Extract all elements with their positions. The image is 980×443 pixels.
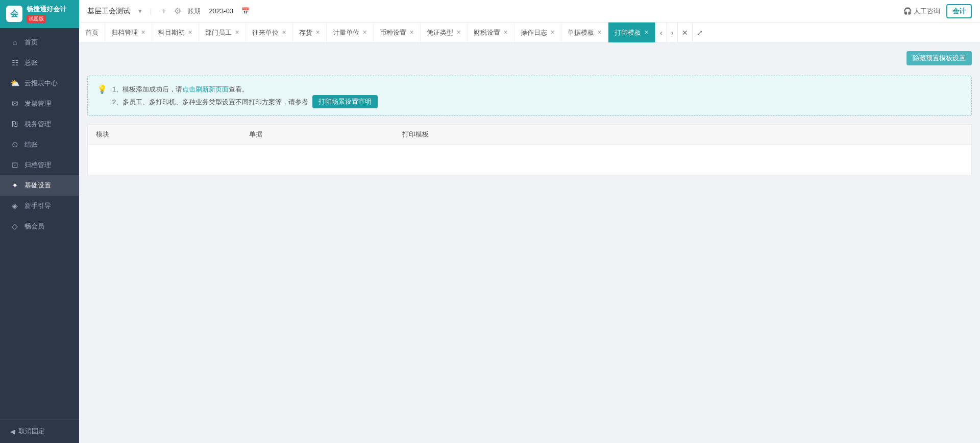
tab-close-currency[interactable]: ✕ — [409, 30, 414, 35]
sidebar-icon-reports: ⛅ — [10, 79, 19, 88]
refresh-link[interactable]: 点击刷新新页面 — [182, 85, 229, 93]
sidebar-icon-member: ◇ — [10, 222, 19, 231]
tab-label-archive: 归档管理 — [111, 28, 138, 37]
top-bar-right: 🎧 人工咨询 会计 — [903, 4, 972, 18]
settings-gear-icon[interactable]: ⚙ — [174, 6, 181, 16]
trial-badge: 试题版 — [27, 15, 46, 23]
tab-expand-btn[interactable]: ⤢ — [692, 22, 707, 42]
tab-op_log[interactable]: 操作日志✕ — [514, 22, 561, 42]
sidebar-label-guide: 新手引导 — [24, 201, 51, 211]
sidebar-label-home: 首页 — [24, 38, 38, 47]
sidebar-label-reports: 云报表中心 — [24, 79, 58, 88]
tab-close-single_template[interactable]: ✕ — [597, 30, 602, 35]
divider: | — [150, 7, 152, 15]
sidebar-icon-close: ⊙ — [10, 140, 19, 149]
logo-name: 畅捷通好会计 — [27, 5, 66, 14]
main-area: 基层工会测试 ▾ | ＋ ⚙ 账期 2023-03 📅 🎧 人工咨询 会计 首页… — [79, 0, 980, 443]
tab-dept[interactable]: 部门员工✕ — [199, 22, 246, 42]
tab-label-print_template: 打印模板 — [615, 28, 641, 37]
tab-single_template[interactable]: 单据模板✕ — [561, 22, 608, 42]
tab-unit[interactable]: 计量单位✕ — [327, 22, 374, 42]
col-voucher-header: 单据 — [249, 130, 402, 139]
sidebar-item-invoice[interactable]: ✉发票管理 — [0, 94, 79, 114]
tab-close-inventory[interactable]: ✕ — [315, 30, 320, 35]
cancel-fixed-label: 取消固定 — [18, 427, 45, 436]
tab-scroll-right-btn[interactable]: › — [667, 22, 678, 42]
tab-partner[interactable]: 往来单位✕ — [246, 22, 293, 42]
company-name: 基层工会测试 — [87, 7, 130, 16]
sidebar-item-guide[interactable]: ◈新手引导 — [0, 196, 79, 216]
sidebar-label-invoice: 发票管理 — [24, 99, 51, 108]
sidebar-icon-ledger: ☷ — [10, 58, 19, 67]
kuaiji-btn[interactable]: 会计 — [946, 4, 972, 18]
sidebar-nav: ⌂首页☷总账⛅云报表中心✉发票管理₪税务管理⊙结账⊡归档管理✦基础设置◈新手引导… — [0, 28, 79, 419]
company-dropdown-icon[interactable]: ▾ — [138, 7, 142, 15]
sidebar-item-home[interactable]: ⌂首页 — [0, 32, 79, 53]
sidebar-item-ledger[interactable]: ☷总账 — [0, 53, 79, 73]
tab-scroll-left-btn[interactable]: ‹ — [655, 22, 667, 42]
explain-btn[interactable]: 打印场景设置宣明 — [312, 95, 378, 108]
tab-label-single_template: 单据模板 — [568, 28, 594, 37]
tab-voucher_type[interactable]: 凭证类型✕ — [421, 22, 468, 42]
tab-close-unit[interactable]: ✕ — [362, 30, 367, 35]
sidebar: 会 畅捷通好会计 试题版 ⌂首页☷总账⛅云报表中心✉发票管理₪税务管理⊙结账⊡归… — [0, 0, 79, 443]
sidebar-item-reports[interactable]: ⛅云报表中心 — [0, 73, 79, 94]
top-bar: 基层工会测试 ▾ | ＋ ⚙ 账期 2023-03 📅 🎧 人工咨询 会计 — [79, 0, 980, 22]
sidebar-label-tax: 税务管理 — [24, 120, 51, 129]
tab-close-voucher_type[interactable]: ✕ — [456, 30, 461, 35]
tab-close-all-btn[interactable]: ✕ — [677, 22, 692, 42]
logo-icon: 会 — [6, 6, 22, 22]
tab-bar: 首页归档管理✕科目期初✕部门员工✕往来单位✕存货✕计量单位✕币种设置✕凭证类型✕… — [79, 22, 980, 43]
tab-archive[interactable]: 归档管理✕ — [105, 22, 152, 42]
tab-close-archive[interactable]: ✕ — [141, 30, 145, 35]
sidebar-icon-invoice: ✉ — [10, 99, 19, 108]
tab-inventory[interactable]: 存货✕ — [293, 22, 327, 42]
tab-label-op_log: 操作日志 — [521, 28, 547, 37]
info-line2: 2、多员工、多打印机、多种业务类型设置不同打印方案等，请参考 — [112, 96, 308, 108]
col-module-header: 模块 — [96, 130, 249, 139]
tab-label-unit: 计量单位 — [333, 28, 359, 37]
sidebar-logo: 会 畅捷通好会计 试题版 — [0, 0, 79, 28]
tab-home[interactable]: 首页 — [79, 22, 105, 42]
table-body — [87, 145, 972, 175]
tab-tax_settings[interactable]: 财税设置✕ — [468, 22, 514, 42]
sidebar-label-ledger: 总账 — [24, 58, 38, 67]
tab-close-print_template[interactable]: ✕ — [644, 30, 649, 35]
tab-label-home: 首页 — [85, 28, 99, 37]
sidebar-label-member: 畅会员 — [24, 222, 44, 231]
tab-close-subject[interactable]: ✕ — [188, 30, 192, 35]
service-label: 人工咨询 — [914, 7, 940, 16]
tab-label-subject: 科目期初 — [158, 28, 185, 37]
sidebar-item-basic[interactable]: ✦基础设置 — [0, 175, 79, 196]
info-line1: 1、模板添加成功后，请点击刷新新页面查看。 — [112, 83, 378, 95]
period-label: 账期 — [187, 7, 201, 16]
sidebar-item-archive[interactable]: ⊡归档管理 — [0, 155, 79, 175]
service-btn[interactable]: 🎧 人工咨询 — [903, 7, 940, 16]
tab-subject[interactable]: 科目期初✕ — [152, 22, 199, 42]
arrow-left-icon: ◀ — [10, 428, 15, 435]
tab-close-op_log[interactable]: ✕ — [550, 30, 555, 35]
sidebar-item-close[interactable]: ⊙结账 — [0, 134, 79, 155]
sidebar-item-member[interactable]: ◇畅会员 — [0, 216, 79, 237]
tab-close-dept[interactable]: ✕ — [235, 30, 239, 35]
tab-currency[interactable]: 币种设置✕ — [374, 22, 421, 42]
sidebar-label-archive: 归档管理 — [24, 160, 51, 170]
content-area: 隐藏预置模板设置 💡 1、模板添加成功后，请点击刷新新页面查看。 2、多员工、多… — [79, 43, 980, 443]
tab-label-currency: 币种设置 — [380, 28, 406, 37]
tab-label-inventory: 存货 — [299, 28, 312, 37]
sidebar-item-tax[interactable]: ₪税务管理 — [0, 114, 79, 134]
calendar-icon[interactable]: 📅 — [241, 7, 250, 15]
tab-label-tax_settings: 财税设置 — [474, 28, 500, 37]
period-value: 2023-03 — [209, 7, 233, 15]
tab-close-tax_settings[interactable]: ✕ — [503, 30, 508, 35]
table-header: 模块 单据 打印模板 — [87, 124, 972, 145]
cancel-fixed-btn[interactable]: ◀ 取消固定 — [0, 419, 79, 443]
tab-print_template[interactable]: 打印模板✕ — [608, 22, 655, 42]
add-company-btn[interactable]: ＋ — [160, 6, 168, 16]
info-text: 1、模板添加成功后，请点击刷新新页面查看。 2、多员工、多打印机、多种业务类型设… — [112, 83, 378, 108]
tab-close-partner[interactable]: ✕ — [282, 30, 286, 35]
hide-preview-btn[interactable]: 隐藏预置模板设置 — [906, 51, 972, 65]
sidebar-icon-basic: ✦ — [10, 181, 19, 190]
info-line1-prefix: 1、模板添加成功后，请 — [112, 85, 182, 93]
info-line2-wrap: 2、多员工、多打印机、多种业务类型设置不同打印方案等，请参考 打印场景设置宣明 — [112, 95, 378, 108]
